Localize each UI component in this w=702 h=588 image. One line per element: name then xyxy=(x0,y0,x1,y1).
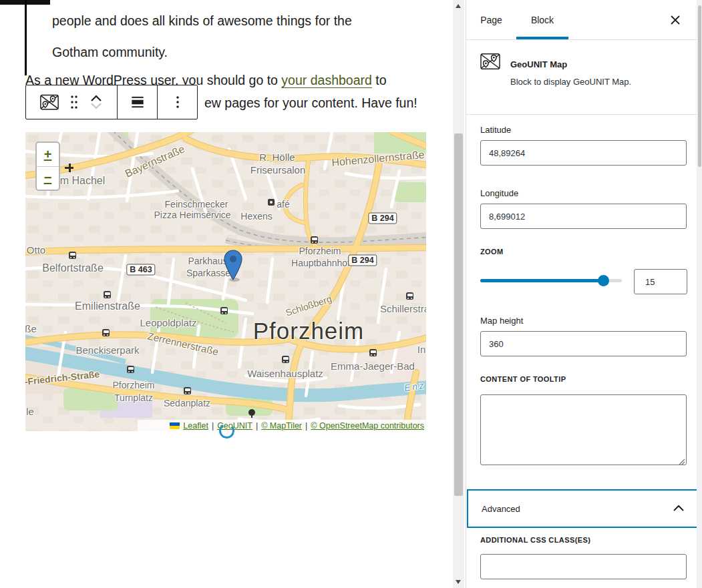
tab-page[interactable]: Page xyxy=(466,0,516,40)
bus-icon xyxy=(127,366,134,373)
bus-icon xyxy=(406,292,413,300)
tooltip-content-textarea[interactable] xyxy=(480,394,687,465)
map-height-input[interactable] xyxy=(480,331,687,356)
zoom-in-button[interactable]: + xyxy=(37,143,59,166)
quote-left-border xyxy=(25,0,27,75)
advanced-panel-toggle[interactable]: Advanced xyxy=(467,489,702,528)
attribution-separator: | xyxy=(212,421,214,430)
toolbar-group-block xyxy=(26,85,118,119)
latitude-label: Latitude xyxy=(480,125,511,135)
block-mover xyxy=(83,95,110,109)
geounit-block-card-icon xyxy=(480,52,501,73)
bus-icon xyxy=(104,291,111,298)
map-zoom-control: + − xyxy=(35,141,60,191)
cafe-icon xyxy=(268,199,275,206)
osm-link[interactable]: © OpenStreetMap contributors xyxy=(311,421,424,430)
map-label: le xyxy=(26,406,34,417)
drag-handle-icon[interactable] xyxy=(65,85,83,119)
map-label: Leopoldplatz xyxy=(140,317,196,328)
map-label: In xyxy=(417,344,426,355)
block-toolbar xyxy=(25,85,198,119)
block-card-description: Block to display GeoUNIT Map. xyxy=(510,77,631,87)
quote-line-1: people and does all kinds of awesome thi… xyxy=(52,5,352,37)
scroll-down-arrow-icon[interactable] xyxy=(456,580,461,584)
map-label: Turnplatz xyxy=(114,392,153,403)
map-label: Hexens xyxy=(240,211,272,222)
bus-icon xyxy=(102,329,110,336)
poi-cross-icon xyxy=(65,164,73,172)
sidebar-scrollbar-thumb[interactable] xyxy=(698,5,701,167)
leaflet-link[interactable]: Leaflet xyxy=(183,421,208,430)
map-label: Feinschmecker xyxy=(165,199,228,210)
train-station-icon xyxy=(311,236,318,244)
map-label: R. Hölle xyxy=(259,152,295,163)
map-label: Pforzheim xyxy=(112,380,154,390)
divider xyxy=(466,114,697,115)
road-shield: B 463 xyxy=(126,264,155,276)
maptiler-link[interactable]: © MapTiler xyxy=(261,421,302,430)
attribution-separator: | xyxy=(305,421,307,430)
latitude-input[interactable] xyxy=(480,140,687,166)
bus-icon xyxy=(282,356,289,363)
map-label: Belfortstraße xyxy=(42,262,104,274)
map-label: Friseursalon xyxy=(250,164,306,176)
bus-icon xyxy=(220,307,228,314)
road-shield: B 294 xyxy=(348,255,377,266)
map-label: am Hachel xyxy=(54,175,105,187)
map-label: Pforzheim xyxy=(299,246,341,256)
resize-handle-icon[interactable] xyxy=(679,457,685,464)
map-label: Benckiserpark xyxy=(75,344,139,356)
geounit-block-icon[interactable] xyxy=(33,85,65,119)
ukraine-flag-icon xyxy=(170,422,180,429)
options-kebab-icon[interactable] xyxy=(158,85,197,119)
paragraph-line-2-visible[interactable]: ew pages for your content. Have fun! xyxy=(204,93,417,112)
sidebar-header: Page Block xyxy=(466,0,697,40)
editor-canvas: people and does all kinds of awesome thi… xyxy=(0,0,453,588)
map-label: Pizza Heimservice xyxy=(154,210,230,220)
sidebar-scrollbar[interactable] xyxy=(697,0,702,588)
leaflet-map[interactable]: am Hachel Bayernstraße R. Hölle Friseurs… xyxy=(25,132,426,431)
tree-icon xyxy=(248,409,255,416)
road-shield: B 294 xyxy=(368,213,397,224)
quote-paragraph[interactable]: people and does all kinds of awesome thi… xyxy=(52,5,352,68)
map-label: Waisenhausplatz xyxy=(247,368,323,379)
map-height-label: Map height xyxy=(480,316,523,326)
city-label: Pforzheim xyxy=(253,318,365,344)
zoom-number-input[interactable] xyxy=(634,269,687,294)
map-label: Hauptbahnhof xyxy=(291,258,350,268)
quote-line-2: Gotham community. xyxy=(52,37,352,68)
align-wide-icon[interactable] xyxy=(118,85,158,119)
dashboard-link[interactable]: your dashboard xyxy=(281,73,372,87)
bus-icon xyxy=(69,252,76,259)
zoom-slider-fill xyxy=(480,279,604,282)
zoom-label: ZOOM xyxy=(480,248,504,256)
block-settings-sidebar: Page Block GeoUNIT Map Block to display … xyxy=(466,0,697,588)
longitude-input[interactable] xyxy=(480,204,687,229)
tooltip-content-label: CONTENT OF TOOLTIP xyxy=(480,375,566,383)
map-attribution: Leaflet | GeoUNIT | © MapTiler | © OpenS… xyxy=(138,420,426,431)
map-marker-pin[interactable] xyxy=(223,250,243,284)
map-label: Otto xyxy=(27,244,45,256)
zoom-out-button[interactable]: − xyxy=(37,166,59,190)
content-scrollbar-thumb[interactable] xyxy=(454,133,463,496)
map-label: afé xyxy=(277,199,289,210)
move-up-button[interactable] xyxy=(90,95,102,102)
close-icon[interactable] xyxy=(669,13,682,27)
zoom-slider-thumb[interactable] xyxy=(598,275,609,286)
bus-icon xyxy=(184,387,191,394)
scroll-up-arrow-icon[interactable] xyxy=(456,4,461,8)
chevron-up-icon xyxy=(673,504,685,514)
content-scrollbar[interactable] xyxy=(453,0,464,588)
additional-css-label: ADDITIONAL CSS CLASS(ES) xyxy=(480,536,590,544)
block-card-title: GeoUNIT Map xyxy=(510,59,567,69)
additional-css-input[interactable] xyxy=(480,554,687,579)
paragraph-text: to xyxy=(372,73,387,87)
map-label: Schillerstra xyxy=(380,303,426,314)
tab-block[interactable]: Block xyxy=(516,0,568,40)
bus-icon xyxy=(369,349,377,356)
active-tab-indicator xyxy=(516,37,568,39)
map-label: Emilienstraße xyxy=(75,300,140,312)
move-down-button[interactable] xyxy=(90,102,102,109)
map-label: ße xyxy=(25,323,37,334)
advanced-label: Advanced xyxy=(482,504,520,514)
